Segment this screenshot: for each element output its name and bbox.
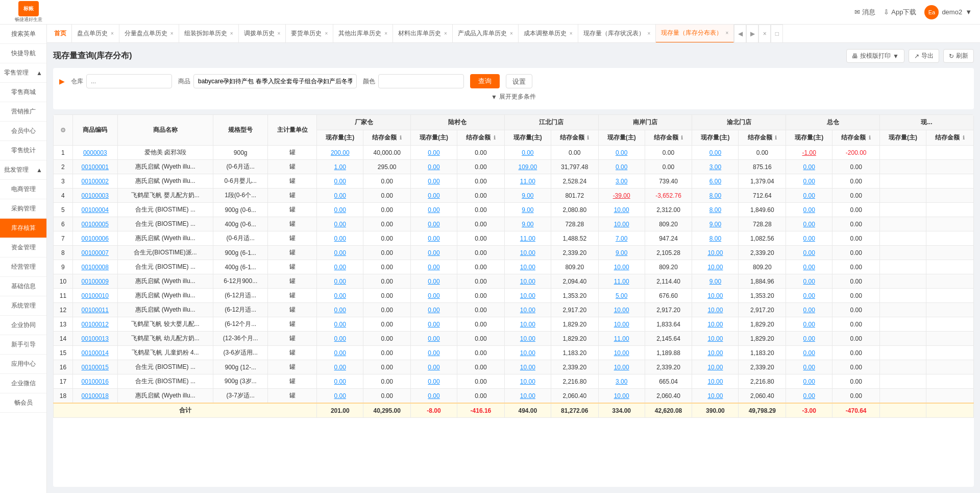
cell-total-qty[interactable]: 0.00 [786,346,832,360]
cell-f-qty[interactable]: 0.00 [317,246,363,260]
cell-l-qty[interactable]: 0.00 [411,289,457,303]
cell-total-qty[interactable]: 0.00 [786,231,832,246]
cell-l-qty[interactable]: 0.00 [411,174,457,189]
cell-total-qty[interactable]: 0.00 [786,160,832,174]
cell-f-qty[interactable]: 1.00 [317,160,363,174]
cell-jb-qty[interactable]: 0.00 [504,146,551,160]
cell-total-qty[interactable]: 0.00 [786,317,832,332]
sidebar-item-wholesale[interactable]: 批发管理 ▲ [0,160,46,180]
cell-code[interactable]: 00100003 [72,189,117,203]
sidebar-item-marketing[interactable]: 营销推广 [0,102,46,122]
cell-l-qty[interactable]: 0.00 [411,146,457,160]
cell-total-qty[interactable]: 0.00 [786,260,832,274]
cell-jb-qty[interactable]: 109.00 [504,160,551,174]
cell-l-qty[interactable]: 0.00 [411,260,457,274]
cell-f-qty[interactable]: 0.00 [317,189,363,203]
close-icon5[interactable]: × [325,31,328,36]
close-icon2[interactable]: × [170,31,174,36]
app-download-btn[interactable]: ⇩ App下载 [884,8,916,17]
sidebar-item-member[interactable]: 会员中心 [0,122,46,141]
sidebar-item-system[interactable]: 系统管理 [0,296,46,316]
tab-partial-check[interactable]: 分量盘点单历史 × [119,25,179,43]
sidebar-item-retail[interactable]: 零售管理 ▲ [0,63,46,83]
print-btn[interactable]: 🖶 按模版打印 ▼ [846,49,904,63]
cell-jb-qty[interactable]: 10.00 [504,289,551,303]
cell-code[interactable]: 0000003 [72,146,117,160]
cell-l-qty[interactable]: 0.00 [411,374,457,389]
cell-na-qty[interactable]: 10.00 [598,346,645,360]
cell-yb-qty[interactable]: 9.00 [692,274,739,289]
tab-material[interactable]: 材料出库单历史 × [393,25,453,43]
cell-yb-qty[interactable]: 10.00 [692,289,739,303]
cell-l-qty[interactable]: 0.00 [411,160,457,174]
cell-total-qty[interactable]: -1.00 [786,146,832,160]
cell-code[interactable]: 00100011 [72,303,117,317]
cell-f-qty[interactable]: 0.00 [317,360,363,374]
close-icon8[interactable]: × [510,31,513,36]
cell-total-qty[interactable]: 0.00 [786,203,832,217]
cell-yb-qty[interactable]: 10.00 [692,260,739,274]
cell-total-qty[interactable]: 0.00 [786,389,832,404]
cell-jb-qty[interactable]: 10.00 [504,332,551,346]
cell-yb-qty[interactable]: 10.00 [692,374,739,389]
cell-l-qty[interactable]: 0.00 [411,203,457,217]
cell-f-qty[interactable]: 0.00 [317,303,363,317]
sidebar-item-finance[interactable]: 资金管理 [0,238,46,257]
cell-code[interactable]: 00100008 [72,260,117,274]
sidebar-item-search[interactable]: 搜索英单 [0,25,46,44]
cell-f-qty[interactable]: 0.00 [317,289,363,303]
cell-total-qty[interactable]: 0.00 [786,289,832,303]
tab-product-inbound[interactable]: 产成品入库单历史 × [453,25,519,43]
sidebar-item-purchase[interactable]: 采购管理 [0,199,46,219]
cell-yb-qty[interactable]: 8.00 [692,231,739,246]
cell-na-qty[interactable]: 5.00 [598,289,645,303]
cell-code[interactable]: 00100016 [72,374,117,389]
cell-jb-qty[interactable]: 10.00 [504,389,551,404]
close-icon6[interactable]: × [384,31,387,36]
cell-jb-qty[interactable]: 10.00 [504,360,551,374]
cell-code[interactable]: 00100014 [72,346,117,360]
cell-l-qty[interactable]: 0.00 [411,274,457,289]
cell-f-qty[interactable]: 0.00 [317,203,363,217]
cell-total-qty[interactable]: 0.00 [786,274,832,289]
tab-home[interactable]: 首页 [49,25,72,43]
cell-f-qty[interactable]: 0.00 [317,332,363,346]
cell-jb-qty[interactable]: 10.00 [504,246,551,260]
cell-code[interactable]: 00100007 [72,246,117,260]
th-settings[interactable]: ⚙ [54,115,73,146]
cell-total-qty[interactable]: 0.00 [786,360,832,374]
cell-code[interactable]: 00100002 [72,174,117,189]
cell-jb-qty[interactable]: 10.00 [504,260,551,274]
query-btn[interactable]: 查询 [470,74,500,88]
cell-l-qty[interactable]: 0.00 [411,360,457,374]
cell-na-qty[interactable]: 9.00 [598,246,645,260]
cell-total-qty[interactable]: 0.00 [786,332,832,346]
cell-yb-qty[interactable]: 10.00 [692,346,739,360]
cell-f-qty[interactable]: 200.00 [317,146,363,160]
sidebar-item-quicknav[interactable]: 快捷导航 [0,44,46,63]
cell-f-qty[interactable]: 0.00 [317,274,363,289]
cell-na-qty[interactable]: 10.00 [598,303,645,317]
cell-f-qty[interactable]: 0.00 [317,217,363,231]
cell-jb-qty[interactable]: 9.00 [504,217,551,231]
cell-jb-qty[interactable]: 11.00 [504,174,551,189]
cell-code[interactable]: 00100012 [72,317,117,332]
close-icon7[interactable]: × [444,31,447,36]
refresh-btn[interactable]: ↻ 刷新 [943,49,974,63]
sidebar-item-wecom[interactable]: 企业微信 [0,374,46,393]
cell-f-qty[interactable]: 0.00 [317,346,363,360]
cell-l-qty[interactable]: 0.00 [411,217,457,231]
cell-yb-qty[interactable]: 8.00 [692,203,739,217]
tab-stock-status[interactable]: 现存量（库存状况表）× [578,25,656,43]
cell-total-qty[interactable]: 0.00 [786,374,832,389]
sidebar-item-retailmall[interactable]: 零售商城 [0,83,46,102]
cell-na-qty[interactable]: 3.00 [598,374,645,389]
cell-code[interactable]: 00100015 [72,360,117,374]
cell-l-qty[interactable]: 0.00 [411,332,457,346]
cell-total-qty[interactable]: 0.00 [786,174,832,189]
cell-na-qty[interactable]: 10.00 [598,203,645,217]
close-icon[interactable]: × [111,31,114,36]
sidebar-item-appcenter[interactable]: 应用中心 [0,355,46,374]
sidebar-item-basics[interactable]: 基础信息 [0,277,46,296]
cell-yb-qty[interactable]: 10.00 [692,360,739,374]
